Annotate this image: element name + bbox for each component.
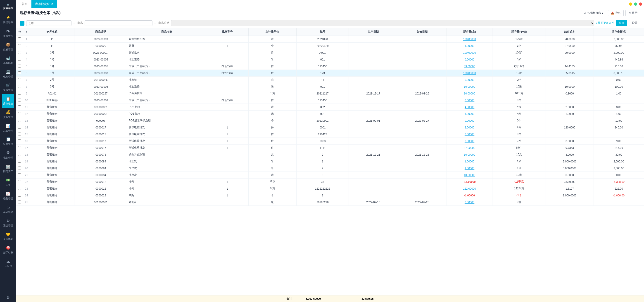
row-qty-main[interactable]: 0.00000 — [446, 97, 492, 104]
table-row[interactable]: 3 1号 0023-0000... 测试批次 斤 A001 100.00000 … — [16, 49, 644, 56]
sidebar-item-inventory[interactable]: 📋库存核查 — [2, 94, 14, 108]
table-row[interactable]: 23 普密粮仓 0000012 批号 1 千克 1222222222 122.0… — [16, 185, 644, 192]
row-checkbox[interactable] — [16, 56, 23, 63]
row-qty-main[interactable]: 87.00000 — [446, 144, 492, 151]
goods-input[interactable] — [84, 20, 152, 26]
sidebar-item-base[interactable]: 🗂基础信息 — [2, 203, 14, 216]
table-row[interactable]: 12 普密粮仓 000900001 POS 批次 米 001 4.00000 4… — [16, 111, 644, 117]
row-qty-main[interactable]: 4.00000 — [446, 104, 492, 111]
row-checkbox[interactable] — [16, 131, 23, 138]
minimize-button[interactable] — [629, 3, 632, 6]
row-checkbox[interactable] — [16, 97, 23, 104]
row-checkbox[interactable] — [16, 70, 23, 77]
sidebar-item-purchase[interactable]: 🛒采购管理 — [2, 81, 14, 94]
row-qty-main[interactable]: -16.00000 — [446, 179, 492, 185]
export-button[interactable]: 📤 导出 — [608, 10, 624, 16]
table-row[interactable]: 19 普密粮仓 0000084 批次次 米 1 1.00000 1米 2,000… — [16, 158, 644, 165]
filter-toggle-button[interactable]: › — [20, 21, 24, 26]
sidebar-item-cloud[interactable]: ☁云应用 — [2, 257, 14, 270]
maximize-button[interactable] — [634, 3, 637, 6]
tab-home[interactable]: 首页 — [18, 0, 32, 8]
table-row[interactable]: 20 普密粮仓 0000084 批次次 米 2 1.00000 1米 3,000… — [16, 165, 644, 172]
table-row[interactable]: 6 1号 0023-00008 富减（白色/沉棕） 白色/沉棕 件 123 10… — [16, 70, 644, 77]
print-button[interactable]: 🖨 按模板打印 ▾ — [581, 10, 606, 16]
row-qty-main[interactable]: 100.00000 — [446, 49, 492, 56]
sidebar-item-labor[interactable]: 💵工资 — [2, 175, 14, 189]
row-qty-main[interactable]: 1.00000 — [446, 43, 492, 49]
tab-inventory-batch[interactable]: 库存批次查✕ — [32, 0, 57, 8]
row-checkbox[interactable] — [16, 77, 23, 83]
sidebar-item-fixed-asset[interactable]: 🏢固定资产 — [2, 162, 14, 176]
table-row[interactable]: 1 11 0023-00009 软饮通用扭盖 米 2021098 100.000… — [16, 36, 644, 43]
sidebar-item-finance[interactable]: 💰资金管理 — [2, 108, 14, 121]
table-row[interactable]: 15 普密粮仓 0000017 测试电重批次 1 件 210423 0.0000… — [16, 131, 644, 138]
row-checkbox[interactable] — [16, 199, 23, 206]
row-qty-main[interactable]: 1.00000 — [446, 158, 492, 165]
table-row[interactable]: 2 11 0000029 票斯 1 个 20220429 1.00000 1个 … — [16, 43, 644, 49]
row-checkbox[interactable] — [16, 172, 23, 179]
sidebar-item-tax[interactable]: 🏛税务管理 — [2, 148, 14, 162]
table-row[interactable]: 25 普密粮仓 001000031 鲜切A 瓶 20220216 2022-02… — [16, 199, 644, 206]
row-checkbox[interactable] — [16, 117, 23, 124]
row-qty-main[interactable]: 1.00000 — [446, 165, 492, 172]
row-qty-main[interactable]: 3.00000 — [446, 138, 492, 144]
sidebar-item-sales[interactable]: 🛍零售管理 — [2, 27, 14, 40]
table-row[interactable]: 16 普密粮仓 0000017 测试电重批次 1 件 0003 3.00000 … — [16, 138, 644, 144]
row-checkbox[interactable] — [16, 144, 23, 151]
row-qty-main[interactable]: 4.00000 — [446, 111, 492, 117]
close-button[interactable] — [639, 3, 642, 6]
tab-close-inventory-batch[interactable]: ✕ — [51, 3, 53, 6]
table-row[interactable]: 22 普密粮仓 0000012 批号 1 千克 33 -16.00000 -16… — [16, 179, 644, 185]
row-checkbox[interactable] — [16, 83, 23, 90]
sidebar-item-ops[interactable]: 📈经营管理 — [2, 189, 14, 203]
sidebar-item-sys[interactable]: ⚙系统管理 — [2, 216, 14, 230]
warehouse-input[interactable] — [26, 20, 72, 26]
sidebar-item-general[interactable]: 📊总账管理 — [2, 121, 14, 135]
row-qty-main[interactable]: 10.00000 — [446, 83, 492, 90]
sidebar-item-small-ecom[interactable]: 🐋小鲸电商 — [2, 54, 14, 67]
row-checkbox[interactable] — [16, 111, 23, 117]
table-row[interactable]: 7 2号 001000026 批次框 吨 11 0.00000 0吨 0.00 — [16, 77, 644, 83]
sidebar-item-invoice[interactable]: 🧾发票管理 — [2, 135, 14, 148]
sidebar-item-collab[interactable]: 🤝企业协同 — [2, 230, 14, 243]
row-checkbox[interactable] — [16, 179, 23, 185]
row-checkbox[interactable] — [16, 49, 23, 56]
sidebar-settings[interactable]: ⚙ — [0, 293, 16, 302]
row-qty-main[interactable]: 10.00000 — [446, 172, 492, 179]
row-checkbox[interactable] — [16, 151, 23, 158]
row-checkbox[interactable] — [16, 165, 23, 172]
table-row[interactable]: 18 普密粮仓 0000078 多头异色玫瑰 支 2 2021-12-21 20… — [16, 151, 644, 158]
row-qty-main[interactable]: 122.00000 — [446, 185, 492, 192]
row-qty-main[interactable]: 0.00000 — [446, 199, 492, 206]
settings-button[interactable]: 设置 — [629, 20, 640, 26]
row-qty-main[interactable]: 0.00000 — [446, 117, 492, 124]
category-select[interactable] — [171, 20, 594, 26]
row-checkbox[interactable] — [16, 90, 23, 97]
row-qty-main[interactable]: 10.00000 — [446, 90, 492, 97]
table-row[interactable]: 11 普密粮仓 000900001 POS 批次 米 002 4.00000 4… — [16, 104, 644, 111]
table-row[interactable]: 10 测试遴选2 0023-00008 富减（白色/沉棕） 白色/沉棕 件 12… — [16, 97, 644, 104]
display-button[interactable]: 👁 显示 — [626, 10, 640, 16]
sidebar-item-ecom[interactable]: 💻电商管理 — [2, 67, 14, 81]
row-checkbox[interactable] — [16, 43, 23, 49]
sidebar-search[interactable]: 🔍 搜索菜单 — [0, 2, 16, 12]
table-row[interactable]: 5 1号 0023-00005 富减（白色/沉棕） 白色/沉棕 件 123456… — [16, 63, 644, 70]
row-checkbox[interactable] — [16, 138, 23, 144]
sidebar-item-newbie[interactable]: 🎯新手引导 — [2, 243, 14, 257]
table-row[interactable]: 4 1号 0023-00005 批次遴选 米 001 0.00000 0米 44… — [16, 56, 644, 63]
table-row[interactable]: 9 A01-01 001000297 子件保质期 千克 20211217 202… — [16, 90, 644, 97]
table-row[interactable]: 13 普密粮仓 000097 POS显示率保质期 个 20210901 2021… — [16, 117, 644, 124]
sidebar-item-wholesale[interactable]: 📦批发管理 — [2, 40, 14, 54]
row-qty-main[interactable]: 49.60000 — [446, 63, 492, 70]
sidebar-item-quick-nav[interactable]: ⚡快捷导航 — [2, 13, 14, 27]
row-checkbox[interactable] — [16, 192, 23, 199]
row-qty-main[interactable]: 0.00000 — [446, 56, 492, 63]
row-checkbox[interactable] — [16, 185, 23, 192]
row-qty-main[interactable]: 10.00000 — [446, 151, 492, 158]
row-qty-main[interactable]: 2.00000 — [446, 124, 492, 131]
table-row[interactable]: 24 普密粮仓 0000029 票斯 1 个 1 -1.00000 -1个 1,… — [16, 192, 644, 199]
expand-conditions-button[interactable]: ▾ 展开更多条件 — [596, 21, 614, 25]
table-row[interactable]: 8 2号 0023-00005 批次遴选 米 001 10.00000 10米 … — [16, 83, 644, 90]
row-qty-main[interactable]: -1.00000 — [446, 192, 492, 199]
row-checkbox[interactable] — [16, 124, 23, 131]
